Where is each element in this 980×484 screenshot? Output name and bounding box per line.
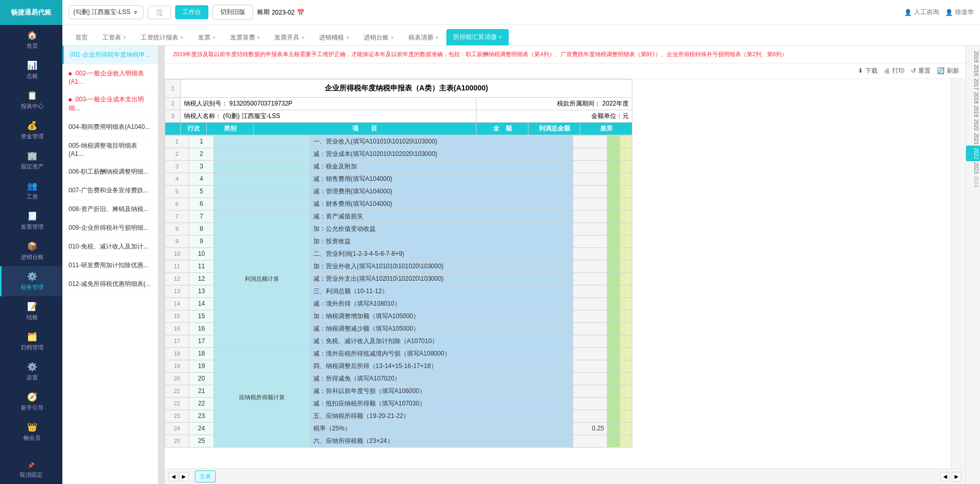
nav-prev-icon[interactable]: ◀ [169,472,178,481]
chay-cell[interactable] [620,198,632,210]
xiangmu-cell[interactable]: 加：营业外收入(填写A101010\101020\103000) [310,260,573,272]
tab-invoice-open[interactable]: 发票开具 × [268,30,311,45]
sidebar-item-settings[interactable]: ⚙️ 设置 [0,357,62,387]
copy-button[interactable]: 🗒️ [148,6,171,19]
chay-cell[interactable] [620,272,632,285]
sidebar-item-archive[interactable]: 🗂️ 归档管理 [0,326,62,357]
user-profile[interactable]: 👤 徐道华 [945,8,974,17]
xiangmu-cell[interactable]: 减：抵扣应纳税所得额（填写A107030） [310,397,573,410]
xiangmu-cell[interactable]: 减：免税、减计收入及加计扣除（A107010） [310,335,573,347]
year-2019[interactable]: 2019 [966,104,980,118]
lirune-cell[interactable] [607,322,620,335]
quanje-cell[interactable] [573,285,607,297]
left-panel-item-011[interactable]: 011-研发费用加计扣除优惠... [62,256,158,275]
tab-invoice-calc[interactable]: 发票算费 × [223,30,267,45]
tab-jxtz[interactable]: 进销台账 × [357,30,401,45]
lirune-cell[interactable] [607,372,620,385]
left-panel-item-001[interactable]: 001-企业所得税年度纳税申... [62,46,158,64]
lirune-cell[interactable] [607,160,620,173]
close-icon[interactable]: × [123,35,126,41]
sheet-tab-main[interactable]: 主表 [195,470,216,482]
xiangmu-cell[interactable]: 一、营业收入(填写A101010\101020\103000) [310,135,573,148]
close-icon[interactable]: × [213,35,216,41]
xiangmu-cell[interactable]: 减：纳税调整减少额（填写A105000） [310,322,573,335]
quanje-cell[interactable] [573,160,607,173]
year-2022-active[interactable]: 2022 [966,146,980,161]
quanje-cell[interactable] [573,247,607,260]
left-panel-item-002[interactable]: 002-一般企业收入明细表(A1... [62,64,158,90]
quanje-cell[interactable] [573,385,607,397]
sidebar-item-invoice[interactable]: 🧾 发票管理 [0,206,62,236]
lirune-cell[interactable] [607,410,620,422]
chay-cell[interactable] [620,335,632,347]
chay-cell[interactable] [620,385,632,397]
quanje-cell[interactable] [573,148,607,160]
refresh-button[interactable]: 🔄 刷新 [937,67,959,75]
lirune-cell[interactable] [607,260,620,272]
lirune-cell[interactable] [607,223,620,235]
xiangmu-cell[interactable]: 减：所得减免（填写A107020） [310,372,573,385]
left-panel-item-004[interactable]: 004-期间费用明细表(A1040... [62,118,158,137]
sidebar-item-inventory[interactable]: 📦 进销台账 [0,236,62,266]
year-2016[interactable]: 2016 [966,63,980,77]
print-button[interactable]: 🖨 打印 [884,67,905,75]
left-panel-item-009[interactable]: 009-企业所得税补亏损明细... [62,219,158,238]
lirune-cell[interactable] [607,297,620,310]
lirune-cell[interactable] [607,198,620,210]
chay-cell[interactable] [620,210,632,223]
year-2023[interactable]: 2023 [966,161,980,175]
close-icon[interactable]: × [257,35,260,41]
sheet-wrapper[interactable]: 1 企业所得税年度纳税申报表（A类）主表(A100000) 2 纳税人识别号： … [165,79,951,469]
xiangmu-cell[interactable]: 减：境外所得（填写A108010） [310,297,573,310]
lirune-cell[interactable] [607,435,620,447]
lirune-cell[interactable] [607,235,620,247]
left-panel-item-012[interactable]: 012-减免所得税优惠明细表(... [62,275,158,294]
download-button[interactable]: ⬇ 下载 [858,67,878,75]
xiangmu-cell[interactable]: 减：管理费用(填写A104000) [310,185,573,198]
xiangmu-cell[interactable]: 加：投资收益 [310,235,573,247]
quanje-cell[interactable] [573,272,607,285]
chay-cell[interactable] [620,173,632,185]
xiangmu-cell[interactable]: 减：资产减值损失 [310,210,573,223]
quanje-cell[interactable] [573,347,607,360]
quanje-cell[interactable]: 0.25 [573,422,607,435]
close-icon[interactable]: × [499,34,502,40]
chay-cell[interactable] [620,285,632,297]
lirune-cell[interactable] [607,148,620,160]
close-icon[interactable]: × [180,35,183,41]
chay-cell[interactable] [620,347,632,360]
sidebar-item-funds[interactable]: 💰 资金管理 [0,115,62,146]
year-2020[interactable]: 2020 [966,118,980,132]
calendar-icon[interactable]: 📅 [297,9,304,16]
chay-cell[interactable] [620,235,632,247]
left-panel-item-008[interactable]: 008-资产折旧、摊销及纳税... [62,200,158,219]
lirune-cell[interactable] [607,210,620,223]
sidebar-pin-toggle[interactable]: 📌 取消固定 [0,457,62,484]
scroll-left-icon[interactable]: ◀ [941,472,950,481]
left-panel-item-005[interactable]: 005-纳税调整项目明细表(A1... [62,137,158,163]
xiangmu-cell[interactable]: 加：公允价值变动收益 [310,223,573,235]
xiangmu-cell[interactable]: 税率（25%） [310,422,573,435]
lirune-cell[interactable] [607,247,620,260]
quanje-cell[interactable] [573,397,607,410]
tab-jxjh[interactable]: 进销稽核 × [312,30,356,45]
close-icon[interactable]: × [301,35,304,41]
xiangmu-cell[interactable]: 减：营业成本(填写A102010\102020\103000) [310,148,573,160]
xiangmu-cell[interactable]: 减：财务费用(填写A104000) [310,198,573,210]
lirune-cell[interactable] [607,422,620,435]
workbench-button[interactable]: 工作台 [175,5,208,19]
quanje-cell[interactable] [573,360,607,372]
lirune-cell[interactable] [607,272,620,285]
quanje-cell[interactable] [573,173,607,185]
user-service[interactable]: 👤 人工咨询 [904,8,939,17]
tab-payroll-stats[interactable]: 工资统计报表 × [134,30,190,45]
chay-cell[interactable] [620,260,632,272]
sidebar-item-home[interactable]: 🏠 首页 [0,25,62,55]
year-2021[interactable]: 2021 [966,132,980,146]
chay-cell[interactable] [620,372,632,385]
sidebar-item-ledger[interactable]: 📊 总账 [0,55,62,85]
xiangmu-cell[interactable]: 减：税金及附加 [310,160,573,173]
sidebar-item-tax[interactable]: ⚙️ 税务管理 [0,266,62,296]
close-icon[interactable]: × [435,35,439,41]
lirune-cell[interactable] [607,347,620,360]
